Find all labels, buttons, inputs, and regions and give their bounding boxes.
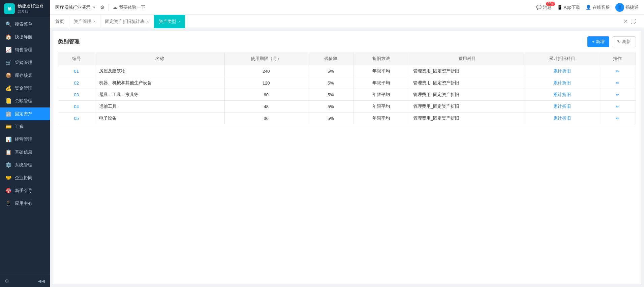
user-menu[interactable]: 👤 畅捷通 — [615, 3, 639, 12]
app-download-button[interactable]: 📱 App下载 — [557, 4, 580, 10]
cell-residual: 5% — [308, 65, 354, 77]
tab-home-label: 首页 — [55, 19, 64, 25]
refresh-icon: ↻ — [617, 39, 621, 44]
tab-home[interactable]: 首页 — [55, 15, 69, 28]
tab-asset-mgmt-close[interactable]: × — [93, 20, 95, 24]
cell-method: 年限平均 — [354, 101, 409, 113]
tab-asset-type-close[interactable]: × — [178, 20, 180, 24]
logo-text-group: 畅捷通好业财 普及版 — [18, 3, 44, 14]
experience-button[interactable]: ☁ 我要体验一下 — [113, 4, 145, 10]
sidebar-icon-enterprise: 🤝 — [5, 175, 11, 181]
app-download-label: App下载 — [564, 4, 580, 10]
cell-method: 年限平均 — [354, 113, 409, 124]
cell-method: 年限平均 — [354, 89, 409, 101]
collapse-icon[interactable]: ◀◀ — [38, 278, 45, 284]
tab-depreciation-close[interactable]: × — [147, 20, 149, 24]
customer-service-button[interactable]: 👤 在线客服 — [586, 4, 610, 10]
sidebar-item-business[interactable]: 📊 经营管理 — [0, 133, 50, 146]
cell-name: 房屋及建筑物 — [95, 65, 224, 77]
sidebar-icon-system: ⚙️ — [5, 162, 11, 168]
col-id: 编号 — [58, 52, 95, 65]
cell-residual: 5% — [308, 77, 354, 89]
content-actions: + 新增 ↻ 刷新 — [587, 36, 636, 47]
tab-depreciation-report[interactable]: 固定资产折旧统计表 × — [100, 15, 154, 28]
table-body: 01 房屋及建筑物 240 5% 年限平均 管理费用_固定资产折旧 累计折旧 ✏… — [58, 65, 636, 124]
sidebar-icon-app-center: 📱 — [5, 200, 11, 206]
cell-accum-subject: 累计折旧 — [525, 65, 599, 77]
sidebar-item-fixed-assets[interactable]: 🏢 固定资产 — [0, 107, 50, 120]
topbar: 医疗器械行业演示 ▼ ⚙ ☁ 我要体验一下 💬 消息 99+ 📱 App下载 👤… — [50, 0, 644, 15]
tab-asset-mgmt[interactable]: 资产管理 × — [69, 15, 100, 28]
cell-method: 年限平均 — [354, 77, 409, 89]
table-row: 01 房屋及建筑物 240 5% 年限平均 管理费用_固定资产折旧 累计折旧 ✏ — [58, 65, 636, 77]
tab-asset-type-label: 资产类型 — [159, 19, 176, 25]
cell-id: 04 — [58, 101, 95, 113]
sidebar-item-quick-nav[interactable]: 🏠 快捷导航 — [0, 31, 50, 43]
sidebar-label-system: 系统管理 — [15, 162, 44, 168]
messages-button[interactable]: 💬 消息 99+ — [536, 4, 552, 10]
topbar-settings-icon[interactable]: ⚙ — [100, 4, 104, 10]
sidebar-item-capital[interactable]: 💰 资金管理 — [0, 82, 50, 95]
edit-button[interactable]: ✏ — [616, 81, 619, 86]
col-name: 名称 — [95, 52, 224, 65]
sidebar-item-guide[interactable]: 🎯 新手引导 — [0, 184, 50, 197]
sidebar-item-inventory[interactable]: 📦 库存核算 — [0, 69, 50, 82]
user-label: 畅捷通 — [625, 4, 639, 10]
edit-button[interactable]: ✏ — [616, 92, 619, 97]
window-close-button[interactable]: ✕ — [623, 18, 628, 25]
sidebar-item-search[interactable]: 🔍 搜索菜单 — [0, 18, 50, 31]
settings-icon[interactable]: ⚙ — [5, 278, 9, 284]
sidebar-nav: 🔍 搜索菜单 🏠 快捷导航 📈 销售管理 🛒 采购管理 📦 库存核算 💰 资金管… — [0, 18, 50, 275]
sidebar-item-enterprise[interactable]: 🤝 企业协同 — [0, 171, 50, 184]
cell-name: 机器、机械和其他生产设备 — [95, 77, 224, 89]
sidebar-item-basic-info[interactable]: 📋 基础信息 — [0, 146, 50, 159]
sidebar-item-purchase[interactable]: 🛒 采购管理 — [0, 56, 50, 69]
edit-button[interactable]: ✏ — [616, 116, 619, 121]
window-maximize-button[interactable]: ⛶ — [631, 19, 636, 25]
window-controls: ✕ ⛶ — [623, 18, 639, 25]
sidebar-item-sales[interactable]: 📈 销售管理 — [0, 43, 50, 56]
industry-chevron-icon: ▼ — [92, 5, 96, 9]
tabbar: 首页 资产管理 × 固定资产折旧统计表 × 资产类型 × ✕ ⛶ — [50, 15, 644, 28]
cell-period: 60 — [224, 89, 308, 101]
sidebar-label-business: 经营管理 — [15, 136, 44, 142]
cell-residual: 5% — [308, 101, 354, 113]
sidebar-item-system[interactable]: ⚙️ 系统管理 — [0, 159, 50, 171]
sidebar-item-app-center[interactable]: 📱 应用中心 — [0, 197, 50, 210]
sidebar-item-payroll[interactable]: 💳 工资 — [0, 120, 50, 133]
sidebar-icon-sales: 📈 — [5, 47, 11, 53]
tab-asset-mgmt-label: 资产管理 — [74, 19, 91, 25]
industry-label: 医疗器械行业演示 — [55, 4, 90, 10]
cell-name: 电子设备 — [95, 113, 224, 124]
cell-actions: ✏ — [599, 77, 636, 89]
edit-button[interactable]: ✏ — [616, 104, 619, 109]
tab-asset-type[interactable]: 资产类型 × — [154, 15, 185, 28]
industry-selector[interactable]: 医疗器械行业演示 ▼ — [55, 4, 96, 10]
cell-method: 年限平均 — [354, 65, 409, 77]
col-cost-subject: 费用科目 — [409, 52, 525, 65]
messages-badge: 99+ — [546, 2, 555, 6]
cell-actions: ✏ — [599, 101, 636, 113]
cell-cost-subject: 管理费用_固定资产折旧 — [409, 77, 525, 89]
sidebar-item-ledger[interactable]: 📒 总账管理 — [0, 95, 50, 107]
sidebar-label-fixed-assets: 固定资产 — [15, 111, 44, 117]
sidebar-label-purchase: 采购管理 — [15, 60, 44, 66]
cell-name: 运输工具 — [95, 101, 224, 113]
edit-button[interactable]: ✏ — [616, 69, 619, 74]
sidebar-label-capital: 资金管理 — [15, 85, 44, 91]
sidebar-label-ledger: 总账管理 — [15, 98, 44, 104]
cell-accum-subject: 累计折旧 — [525, 89, 599, 101]
cell-cost-subject: 管理费用_固定资产折旧 — [409, 65, 525, 77]
table-row: 04 运输工具 48 5% 年限平均 管理费用_固定资产折旧 累计折旧 ✏ — [58, 101, 636, 113]
cell-residual: 5% — [308, 113, 354, 124]
cell-period: 36 — [224, 113, 308, 124]
cell-id: 05 — [58, 113, 95, 124]
sidebar-icon-fixed-assets: 🏢 — [5, 111, 11, 117]
refresh-button[interactable]: ↻ 刷新 — [612, 36, 636, 47]
table-row: 02 机器、机械和其他生产设备 120 5% 年限平均 管理费用_固定资产折旧 … — [58, 77, 636, 89]
new-button[interactable]: + 新增 — [587, 36, 609, 47]
sidebar-icon-business: 📊 — [5, 136, 11, 142]
cell-period: 48 — [224, 101, 308, 113]
cell-cost-subject: 管理费用_固定资产折旧 — [409, 101, 525, 113]
cell-accum-subject: 累计折旧 — [525, 113, 599, 124]
